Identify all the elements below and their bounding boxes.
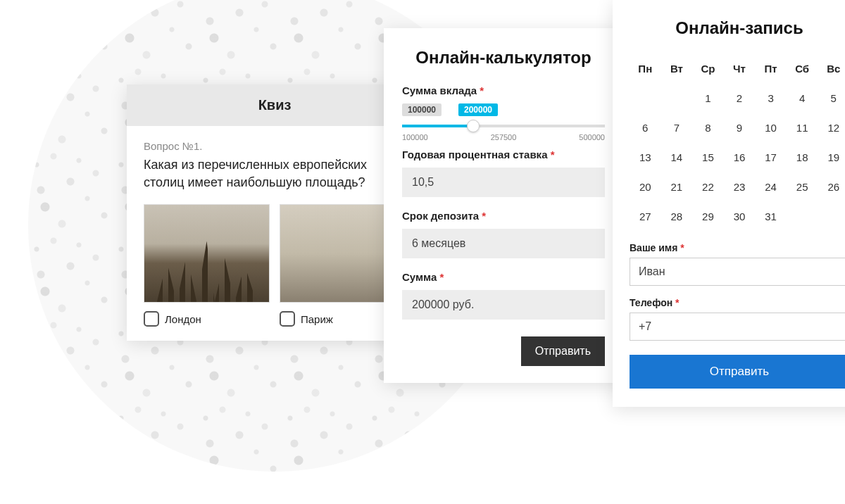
slider-tick-min: 100000 xyxy=(402,133,428,141)
rate-label: Годовая процентная ставка * xyxy=(402,149,605,160)
calendar-day xyxy=(661,83,693,113)
deposit-amount-label: Сумма вклада * xyxy=(402,84,605,96)
calendar-weekday: Пн xyxy=(630,53,661,83)
term-input[interactable]: 6 месяцев xyxy=(402,229,605,258)
calendar-day[interactable]: 7 xyxy=(661,113,693,142)
rate-input[interactable]: 10,5 xyxy=(402,168,605,197)
calendar-day[interactable]: 3 xyxy=(755,83,787,113)
calendar-day[interactable]: 6 xyxy=(630,113,661,142)
calendar-day[interactable]: 27 xyxy=(630,201,661,231)
checkbox-icon[interactable] xyxy=(280,311,295,327)
calendar-weekday: Сб xyxy=(787,53,818,83)
calendar-row: 13141516171819 xyxy=(630,142,845,172)
calendar-day[interactable]: 9 xyxy=(724,113,756,142)
sum-label: Сумма * xyxy=(402,271,605,283)
slider-tick-mid: 257500 xyxy=(491,133,517,141)
calendar-day[interactable]: 30 xyxy=(724,201,756,231)
calculator-title: Онлайн-калькулятор xyxy=(402,48,605,68)
calculator-submit-button[interactable]: Отправить xyxy=(521,336,605,366)
phone-label: Телефон * xyxy=(630,297,845,308)
calendar-day[interactable]: 4 xyxy=(787,83,818,113)
calendar-day[interactable]: 1 xyxy=(692,83,724,113)
quiz-question-text: Какая из перечисленных европейских столи… xyxy=(144,156,406,191)
booking-card: Онлайн-запись ПнВтСрЧтПтСбВс 12345678910… xyxy=(613,0,845,407)
calendar-day[interactable]: 8 xyxy=(692,113,724,142)
calendar-weekday: Чт xyxy=(724,53,756,83)
calendar-day xyxy=(630,83,661,113)
calendar-day[interactable]: 5 xyxy=(818,83,845,113)
calendar-day[interactable]: 18 xyxy=(787,142,818,172)
quiz-header: Квиз xyxy=(127,84,423,126)
calendar-day[interactable]: 2 xyxy=(724,83,756,113)
calendar-weekday: Вт xyxy=(661,53,693,83)
calendar-day[interactable]: 23 xyxy=(724,172,756,201)
quiz-question-number: Вопрос №1. xyxy=(144,140,406,152)
calendar-day[interactable]: 29 xyxy=(692,201,724,231)
booking-submit-button[interactable]: Отправить xyxy=(630,355,845,389)
quiz-image-london xyxy=(144,204,270,303)
calculator-card: Онлайн-калькулятор Сумма вклада * 100000… xyxy=(384,28,623,383)
calendar-day[interactable]: 24 xyxy=(755,172,787,201)
quiz-card: Квиз Вопрос №1. Какая из перечисленных е… xyxy=(127,84,423,341)
calendar-day xyxy=(818,201,845,231)
calendar-weekday: Пт xyxy=(755,53,787,83)
calendar-day[interactable]: 26 xyxy=(818,172,845,201)
calendar-weekday: Ср xyxy=(692,53,724,83)
calendar-weekday: Вс xyxy=(818,53,845,83)
calendar-day[interactable]: 17 xyxy=(755,142,787,172)
calendar-body: 1234567891011121314151617181920212223242… xyxy=(630,83,845,231)
booking-title: Онлайн-запись xyxy=(630,18,845,38)
calendar-row: 2728293031 xyxy=(630,201,845,231)
slider-thumb[interactable] xyxy=(467,120,480,132)
calendar-day[interactable]: 15 xyxy=(692,142,724,172)
calendar-day[interactable]: 19 xyxy=(818,142,845,172)
calendar-day[interactable]: 28 xyxy=(661,201,693,231)
calendar-day[interactable]: 16 xyxy=(724,142,756,172)
sum-input[interactable]: 200000 руб. xyxy=(402,290,605,320)
calendar-day[interactable]: 20 xyxy=(630,172,661,201)
calendar-day xyxy=(787,201,818,231)
slider-tick-max: 500000 xyxy=(579,133,605,141)
calendar-day[interactable]: 25 xyxy=(787,172,818,201)
calendar-weekday-header: ПнВтСрЧтПтСбВс xyxy=(630,53,845,83)
calendar-day[interactable]: 10 xyxy=(755,113,787,142)
calendar-day[interactable]: 31 xyxy=(755,201,787,231)
calendar-day[interactable]: 14 xyxy=(661,142,693,172)
deposit-slider[interactable]: 100000 200000 100000 257500 500000 xyxy=(402,103,605,146)
term-label: Срок депозита * xyxy=(402,210,605,222)
calendar-row: 6789101112 xyxy=(630,113,845,142)
calendar-day[interactable]: 12 xyxy=(818,113,845,142)
calendar-day[interactable]: 22 xyxy=(692,172,724,201)
calendar-day[interactable]: 13 xyxy=(630,142,661,172)
checkbox-icon[interactable] xyxy=(144,311,159,327)
name-label: Ваше имя * xyxy=(630,242,845,253)
slider-fill xyxy=(402,125,473,127)
quiz-option-london[interactable]: Лондон xyxy=(144,204,270,327)
calendar-row: 20212223242526 xyxy=(630,172,845,201)
slider-value-badge: 200000 xyxy=(458,103,498,116)
phone-input[interactable] xyxy=(630,313,845,341)
calendar-day[interactable]: 21 xyxy=(661,172,693,201)
name-input[interactable] xyxy=(630,258,845,286)
calendar-row: 12345 xyxy=(630,83,845,113)
calendar-day[interactable]: 11 xyxy=(787,113,818,142)
quiz-option-label: Лондон xyxy=(165,313,201,325)
slider-min-badge: 100000 xyxy=(402,103,442,116)
quiz-option-label: Париж xyxy=(301,313,333,325)
